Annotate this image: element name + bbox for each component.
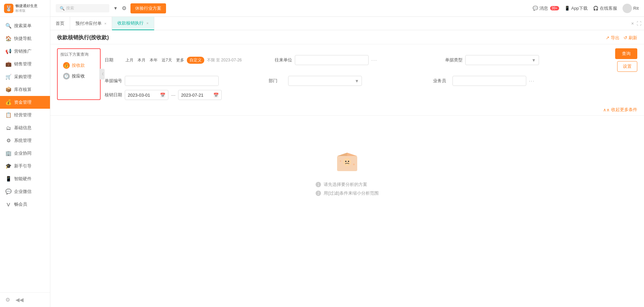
page-header-actions: ↗ 导出 ↺ 刷新 (606, 35, 637, 41)
sidebar-item-guide[interactable]: 🎓 新手引导 (0, 160, 50, 172)
sidebar-item-vip[interactable]: V 畅会员 (0, 198, 50, 211)
collapse-more-label: 收起更多条件 (611, 107, 637, 113)
filter-row-3: 核销日期 2023-03-01 📅 — 2023-07-21 📅 (105, 90, 637, 100)
sidebar-label-vip: 畅会员 (14, 201, 27, 207)
refresh-btn[interactable]: ↺ 刷新 (624, 35, 637, 41)
sidebar-item-inventory[interactable]: 📦 库存核算 (0, 83, 50, 96)
filter-option-by-receipt[interactable]: 💰 按收款 (60, 60, 97, 71)
svg-point-5 (348, 161, 349, 162)
tip-text-1: 请先选择要分析的方案 (324, 182, 367, 188)
user-name: Rit (633, 6, 639, 11)
verify-date-end-input[interactable]: 2023-07-21 📅 (178, 90, 222, 100)
staff-dots-btn[interactable]: ··· (529, 78, 535, 84)
tab-prepay-close[interactable]: × (104, 21, 106, 25)
sidebar-label-hardware: 智能硬件 (14, 176, 32, 182)
date-btn-this-month[interactable]: 本月 (136, 57, 147, 64)
dept-select-arrow: ▼ (355, 79, 359, 84)
tab-expand-icon[interactable]: ⛶ (637, 21, 641, 26)
doc-type-select[interactable]: ▼ (465, 55, 539, 65)
sidebar-footer: ⚙ ◀◀ (0, 292, 50, 307)
filter-option-by-receivable[interactable]: 🕐 按应收 (60, 71, 97, 82)
dept-select[interactable]: ▼ (288, 76, 362, 86)
tip-num-1: 1 (316, 182, 321, 187)
sidebar-label-basic-info: 基础信息 (14, 125, 32, 131)
receivable-option-icon: 🕐 (63, 73, 70, 80)
svg-marker-1 (337, 153, 347, 156)
doc-no-label: 单据编号 (105, 78, 122, 84)
sidebar-nav: 🔍 搜索菜单 🏠 快捷导航 📢 营销推广 💼 销售管理 🛒 采购管理 📦 库存核… (0, 17, 50, 292)
collapse-sidebar-icon[interactable]: ◀◀ (15, 297, 23, 303)
export-btn[interactable]: ↗ 导出 (606, 35, 620, 41)
sidebar-label-search-menu: 搜索菜单 (14, 23, 32, 29)
app-download-btn[interactable]: 📱 App下载 (565, 5, 588, 11)
tab-receivable-label: 收款核销执行 (117, 20, 144, 26)
doc-no-input[interactable] (125, 76, 219, 86)
sidebar-label-inventory: 库存核算 (14, 87, 32, 93)
partner-dots-btn[interactable]: ··· (371, 57, 377, 63)
tab-prepay[interactable]: 预付冲应付单 × (70, 17, 112, 30)
message-icon: 💬 (533, 6, 538, 11)
sidebar-item-basic-info[interactable]: 🗂 基础信息 (0, 121, 50, 134)
sidebar-label-wechat: 企业微信 (14, 189, 32, 195)
refresh-icon: ↺ (624, 35, 627, 40)
query-btn[interactable]: 查询 (615, 48, 637, 59)
sidebar-item-marketing[interactable]: 📢 营销推广 (0, 45, 50, 58)
svg-point-6 (340, 160, 341, 162)
sidebar-item-wechat[interactable]: 💬 企业微信 (0, 185, 50, 198)
tab-prepay-label: 预付冲应付单 (75, 20, 102, 27)
empty-svg (330, 143, 364, 176)
message-btn[interactable]: 💬 消息 99+ (533, 5, 559, 11)
date-btn-custom[interactable]: 自定义 (187, 57, 204, 64)
svg-point-7 (353, 164, 355, 165)
date-btn-this-year[interactable]: 本年 (148, 57, 159, 64)
export-label: 导出 (611, 35, 620, 41)
online-service-btn[interactable]: 🎧 在线客服 (593, 5, 617, 11)
collapse-more-btn[interactable]: ∧∧ 收起更多条件 (603, 107, 637, 113)
sidebar-item-quick-nav[interactable]: 🏠 快捷导航 (0, 32, 50, 45)
sidebar-item-enterprise[interactable]: 🏢 企业协同 (0, 147, 50, 160)
header-gear-icon[interactable]: ⚙ (122, 5, 126, 11)
sidebar-item-sales[interactable]: 💼 销售管理 (0, 58, 50, 70)
date-label: 日期 (105, 57, 121, 63)
svg-point-4 (345, 161, 346, 162)
export-icon: ↗ (606, 35, 609, 40)
top-header: 🔍 搜索 ▼ ⚙ 休验行业方案 💬 消息 99+ 📱 App下载 🎧 在线客服 … (50, 0, 644, 17)
empty-tip-2: 2 用[过滤]条件来缩小分析范围 (316, 190, 378, 196)
date-btn-7days[interactable]: 近7天 (160, 57, 173, 64)
calendar-end-icon: 📅 (213, 93, 219, 98)
sidebar-label-sales: 销售管理 (14, 61, 32, 67)
tab-home[interactable]: 首页 (50, 17, 70, 30)
header-search-box[interactable]: 🔍 搜索 (56, 4, 109, 12)
tab-receivable-close[interactable]: × (146, 21, 148, 25)
settings-btn[interactable]: 设置 (617, 61, 637, 72)
dept-label: 部门 (269, 78, 285, 84)
sidebar-item-hardware[interactable]: 📱 智能硬件 (0, 172, 50, 185)
tab-actions: × ⛶ (631, 21, 644, 26)
sidebar-item-system[interactable]: ⚙ 系统管理 (0, 134, 50, 147)
doc-type-field: 单据类型 ▼ (445, 55, 610, 65)
date-btn-last-month[interactable]: 上月 (124, 57, 135, 64)
date-btn-more[interactable]: 更多 (175, 57, 185, 64)
sidebar-label-operation: 经营管理 (14, 112, 32, 118)
sidebar-item-purchase[interactable]: 🛒 采购管理 (0, 70, 50, 83)
filter-panel-collapse-btn[interactable]: 《 (99, 69, 105, 80)
industry-btn[interactable]: 休验行业方案 (130, 3, 166, 13)
tab-receivable[interactable]: 收款核销执行 × (112, 17, 154, 30)
online-service-label: 在线客服 (600, 5, 617, 11)
sidebar-item-operation[interactable]: 📋 经营管理 (0, 109, 50, 121)
sidebar-item-search-menu[interactable]: 🔍 搜索菜单 (0, 19, 50, 32)
app-icon: 📱 (565, 6, 570, 11)
sidebar-icon-search-menu: 🔍 (5, 23, 11, 29)
settings-icon[interactable]: ⚙ (5, 297, 10, 303)
user-info[interactable]: Rit (623, 4, 639, 13)
tab-close-all-icon[interactable]: × (631, 21, 634, 26)
staff-input[interactable] (452, 76, 526, 86)
tab-bar: 首页 预付冲应付单 × 收款核销执行 × × ⛶ (50, 17, 644, 30)
doc-type-label: 单据类型 (445, 57, 463, 63)
verify-date-end-value: 2023-07-21 (181, 93, 212, 98)
partner-input[interactable] (295, 55, 369, 65)
verify-date-start-input[interactable]: 2023-03-01 📅 (125, 90, 168, 100)
header-dropdown-icon[interactable]: ▼ (113, 6, 118, 11)
sidebar-item-capital[interactable]: 💰 资金管理 (0, 96, 50, 109)
collapse-more-section: ∧∧ 收起更多条件 (50, 104, 644, 116)
